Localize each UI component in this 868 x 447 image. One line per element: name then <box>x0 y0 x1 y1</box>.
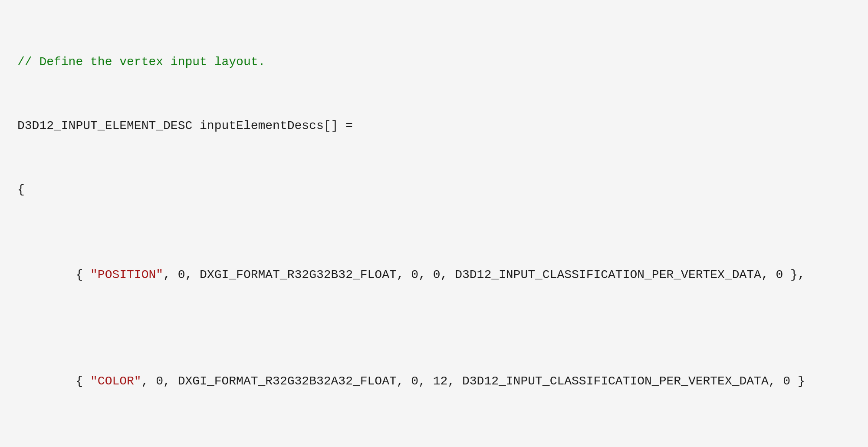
code-part: { <box>46 374 90 388</box>
code-part: , 0, DXGI_FORMAT_R32G32B32_FLOAT, 0, 0, … <box>163 268 805 281</box>
code-line-5: { "COLOR", 0, DXGI_FORMAT_R32G32B32A32_F… <box>17 349 851 413</box>
code-part: , 0, DXGI_FORMAT_R32G32B32A32_FLOAT, 0, … <box>141 374 805 388</box>
code-string: "POSITION" <box>90 268 163 281</box>
code-string: "COLOR" <box>90 374 141 388</box>
code-line-1: // Define the vertex input layout. <box>17 51 851 73</box>
code-line-2: D3D12_INPUT_ELEMENT_DESC inputElementDes… <box>17 115 851 136</box>
code-line-4: { "POSITION", 0, DXGI_FORMAT_R32G32B32_F… <box>17 243 851 307</box>
code-block: // Define the vertex input layout. D3D12… <box>17 9 851 447</box>
code-line-3: { <box>17 179 851 200</box>
code-part: { <box>46 268 90 281</box>
